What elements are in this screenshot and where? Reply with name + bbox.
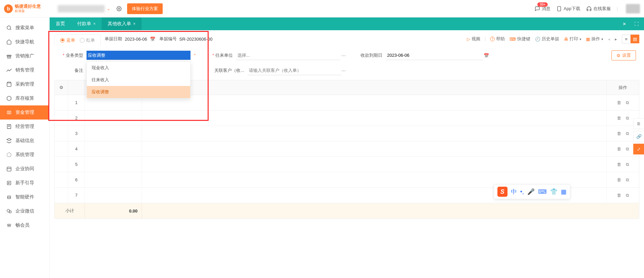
messages-link[interactable]: 99+ 消息 xyxy=(535,6,550,12)
sidebar-item-marketing[interactable]: 营销推广 xyxy=(0,49,49,63)
sidebar-item-wechat[interactable]: 企业微信 xyxy=(0,204,49,218)
ime-menu-icon[interactable]: ▦ xyxy=(561,188,567,195)
delete-icon[interactable]: 🗑 xyxy=(617,162,621,167)
table-row[interactable]: 4🗑⧉ xyxy=(55,141,639,157)
ime-lang[interactable]: 中 xyxy=(511,188,517,196)
shortcut-link[interactable]: ⌨快捷键 xyxy=(509,36,530,42)
table-row[interactable]: 2🗑⧉ xyxy=(55,110,639,126)
tab-expand-icon[interactable]: ⛶ xyxy=(632,19,641,28)
ime-keyboard-icon[interactable]: ⌨ xyxy=(538,188,547,195)
view-list-icon[interactable]: ≡ xyxy=(622,35,631,43)
org-dropdown[interactable]: ⌄ xyxy=(54,5,114,12)
tab-payment[interactable]: 付款单× xyxy=(71,17,102,30)
sidebar-item-collab[interactable]: 企业协同 xyxy=(0,162,49,176)
row-amount[interactable] xyxy=(85,188,142,203)
app-download-link[interactable]: App下载 xyxy=(556,6,580,12)
operations-link[interactable]: ▦操作▾ xyxy=(586,36,603,42)
more-icon[interactable]: ⋯ xyxy=(341,53,346,58)
sidebar-item-quick[interactable]: 快捷导航 xyxy=(0,35,49,49)
sidebar-item-guide[interactable]: 新手引导 xyxy=(0,176,49,190)
biz-type-input[interactable] xyxy=(87,51,191,60)
row-amount[interactable] xyxy=(85,172,142,187)
more-icon[interactable]: ⋯ xyxy=(341,68,346,73)
settings-button[interactable]: ⚙设置 xyxy=(611,50,636,60)
form-row-1: 业务类型 ⌃ 现金收入 往来收入 应收调整 往来单位 ⋯ 收款到期 xyxy=(54,48,639,63)
chevron-down-icon: ▾ xyxy=(601,37,603,41)
row-ops: 🗑⧉ xyxy=(607,172,639,187)
add-row-icon[interactable]: ⧉ xyxy=(626,100,629,105)
row-amount[interactable] xyxy=(85,141,142,156)
video-link[interactable]: ▷视频 xyxy=(467,36,480,42)
table-row[interactable]: 5🗑⧉ xyxy=(55,157,639,172)
delete-icon[interactable]: 🗑 xyxy=(617,115,621,121)
partner-input[interactable] xyxy=(236,51,340,60)
experience-button[interactable]: 体验行业方案 xyxy=(127,3,163,14)
print-link[interactable]: 🖶打印▾ xyxy=(564,36,581,42)
sidebar-item-inventory[interactable]: 库存核算 xyxy=(0,91,49,105)
user-avatar[interactable] xyxy=(626,4,640,13)
add-row-icon[interactable]: ⧉ xyxy=(626,115,629,121)
history-link[interactable]: 🕘历史单据 xyxy=(535,36,559,42)
logo-title: 畅捷通好生意 xyxy=(15,4,41,9)
ime-toolbar[interactable]: S 中 •, 🎤 ⌨ 👕 ▦ xyxy=(494,184,570,199)
sidebar-item-member[interactable]: 畅会员 xyxy=(0,218,49,232)
ime-mic-icon[interactable]: 🎤 xyxy=(527,188,535,195)
expand-icon[interactable]: ⤢ xyxy=(633,144,644,154)
radio-blue[interactable]: 蓝单 xyxy=(60,37,75,43)
rel-customer-input[interactable] xyxy=(248,66,341,75)
next-doc[interactable]: ▸ xyxy=(615,37,617,42)
calendar-icon[interactable]: 📅 xyxy=(150,37,155,42)
delete-icon[interactable]: 🗑 xyxy=(617,177,621,182)
delete-icon[interactable]: 🗑 xyxy=(617,131,621,136)
dropdown-option[interactable]: 现金收入 xyxy=(87,62,190,74)
delete-icon[interactable]: 🗑 xyxy=(617,146,621,151)
ime-punct-icon[interactable]: •, xyxy=(520,188,524,195)
table-row[interactable]: 3🗑⧉ xyxy=(55,126,639,141)
svg-point-21 xyxy=(9,197,10,197)
due-date-input[interactable] xyxy=(386,51,483,60)
row-amount[interactable] xyxy=(85,126,142,141)
doc-code-value[interactable]: SR-20230606-00 xyxy=(179,37,213,42)
search-icon xyxy=(6,25,12,31)
add-row-icon[interactable]: ⧉ xyxy=(626,131,629,136)
row-amount[interactable] xyxy=(85,157,142,172)
svg-rect-16 xyxy=(7,167,11,171)
ime-skin-icon[interactable]: 👕 xyxy=(550,188,557,195)
attach-icon[interactable]: 🔗 xyxy=(633,131,644,142)
delete-icon[interactable]: 🗑 xyxy=(617,100,621,105)
tab-home[interactable]: 首页 xyxy=(50,17,71,30)
grid-settings-icon[interactable]: ⚙ xyxy=(55,80,68,95)
settings-icon[interactable] xyxy=(114,4,124,13)
due-date-label: 收款到期日 xyxy=(357,52,382,58)
sidebar-item-system[interactable]: 系统管理 xyxy=(0,148,49,162)
prev-doc[interactable]: ◂ xyxy=(608,37,610,42)
sidebar-item-sales[interactable]: 销售管理 xyxy=(0,63,49,77)
sidebar-item-base[interactable]: 基础信息 xyxy=(0,134,49,148)
row-amount[interactable] xyxy=(85,110,142,126)
note-icon[interactable]: 🗎 xyxy=(633,118,644,129)
row-index: 2 xyxy=(68,110,85,126)
sidebar-item-purchase[interactable]: 采购管理 xyxy=(0,77,49,91)
help-link[interactable]: ?帮助 xyxy=(490,36,505,42)
chevron-up-icon[interactable]: ⌃ xyxy=(193,53,197,58)
service-link[interactable]: 在线客服 xyxy=(586,6,611,12)
close-icon[interactable]: × xyxy=(133,21,136,26)
sidebar-item-hardware[interactable]: 智能硬件 xyxy=(0,190,49,204)
add-row-icon[interactable]: ⧉ xyxy=(626,162,629,167)
tab-other-income[interactable]: 其他收入单× xyxy=(102,17,142,30)
radio-red[interactable]: 红单 xyxy=(80,37,95,43)
sidebar-item-operation[interactable]: 经营管理 xyxy=(0,120,49,134)
add-row-icon[interactable]: ⧉ xyxy=(626,177,629,183)
close-icon[interactable]: × xyxy=(93,21,96,26)
add-row-icon[interactable]: ⧉ xyxy=(626,193,629,198)
doc-date-value[interactable]: 2023-06-06 xyxy=(125,37,147,42)
dropdown-option[interactable]: 应收调整 xyxy=(87,86,190,98)
tab-close-all-icon[interactable]: ✕ xyxy=(620,19,629,28)
dropdown-option[interactable]: 往来收入 xyxy=(87,74,190,86)
delete-icon[interactable]: 🗑 xyxy=(617,193,621,198)
sidebar-item-funds[interactable]: 资金管理 xyxy=(0,105,49,120)
calendar-icon[interactable]: 📅 xyxy=(484,53,489,58)
sidebar-item-search[interactable]: 搜索菜单 xyxy=(0,21,49,35)
add-row-icon[interactable]: ⧉ xyxy=(626,146,629,152)
view-card-icon[interactable]: ▤ xyxy=(631,35,639,43)
